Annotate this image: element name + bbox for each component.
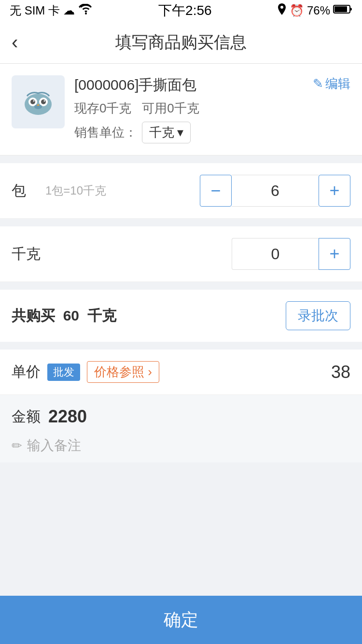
- wifi-icon: [79, 4, 93, 17]
- product-stock: 现存0千克 可用0千克: [74, 100, 350, 117]
- edit-button[interactable]: ✎ 编辑: [313, 75, 350, 92]
- remark-row[interactable]: ✏ 输入备注: [12, 436, 350, 455]
- kg-quantity-control: +: [232, 238, 350, 270]
- price-value: 38: [331, 362, 350, 382]
- total-row: 共购买 60 千克 录批次: [0, 290, 362, 342]
- bao-quantity-control: − +: [200, 175, 350, 207]
- bao-label: 包: [12, 181, 41, 201]
- confirm-text: 确定: [164, 608, 198, 632]
- amount-section: 金额 2280 ✏ 输入备注: [0, 395, 362, 462]
- battery-icon: [333, 4, 352, 17]
- svg-point-7: [41, 99, 46, 104]
- status-time: 下午2:56: [158, 1, 212, 20]
- content: [0000006]手撕面包 现存0千克 可用0千克 销售单位： 千克 ▾ ✎ 编…: [0, 64, 362, 559]
- bao-plus-button[interactable]: +: [319, 175, 350, 207]
- nav-bar: ‹ 填写商品购买信息: [0, 21, 362, 64]
- bao-quantity-row: 包 1包=10千克 − +: [0, 163, 362, 219]
- status-left: 无 SIM 卡 ☁: [10, 3, 93, 18]
- content-spacer: [0, 462, 362, 559]
- product-image: [12, 75, 65, 128]
- chevron-down-icon: ▾: [177, 125, 183, 140]
- confirm-bar[interactable]: 确定: [0, 596, 362, 644]
- bao-minus-button[interactable]: −: [200, 175, 232, 207]
- location-icon: [277, 3, 287, 18]
- svg-point-0: [85, 13, 87, 14]
- amount-row: 金额 2280: [12, 406, 350, 427]
- svg-rect-2: [334, 6, 347, 12]
- kg-plus-button[interactable]: +: [319, 238, 350, 270]
- batch-button[interactable]: 录批次: [286, 301, 350, 330]
- total-text: 共购买 60 千克: [12, 306, 116, 326]
- kg-quantity-section: 千克 +: [0, 226, 362, 282]
- price-label: 单价: [12, 362, 41, 382]
- remark-placeholder: 输入备注: [27, 436, 81, 455]
- bao-quantity-input[interactable]: [232, 175, 319, 207]
- back-button[interactable]: ‹: [12, 31, 18, 53]
- product-name: [0000006]手撕面包: [74, 75, 350, 95]
- edit-icon: ✎: [313, 76, 323, 91]
- bao-hint: 1包=10千克: [45, 183, 200, 198]
- amount-value: 2280: [48, 406, 87, 427]
- status-bar: 无 SIM 卡 ☁ 下午2:56 ⏰ 76%: [0, 0, 362, 21]
- total-amount: 60: [63, 308, 79, 323]
- bao-quantity-section: 包 1包=10千克 − +: [0, 163, 362, 219]
- sim-label: 无 SIM 卡 ☁: [10, 3, 75, 18]
- page-title: 填写商品购买信息: [115, 31, 247, 54]
- kg-quantity-input[interactable]: [232, 238, 319, 270]
- kg-quantity-row: 千克 +: [0, 226, 362, 282]
- price-section: 单价 批发 价格参照 › 38: [0, 350, 362, 395]
- pencil-icon: ✏: [12, 438, 22, 453]
- price-row: 单价 批发 价格参照 › 38: [12, 361, 350, 383]
- batch-tag: 批发: [47, 364, 80, 381]
- unit-select[interactable]: 千克 ▾: [142, 122, 191, 143]
- svg-point-6: [30, 99, 35, 104]
- svg-point-8: [33, 100, 35, 102]
- product-unit-row: 销售单位： 千克 ▾: [74, 122, 350, 143]
- kg-label: 千克: [12, 244, 41, 264]
- amount-label: 金额: [12, 407, 41, 427]
- alarm-icon: ⏰: [290, 4, 304, 17]
- price-ref-button[interactable]: 价格参照 ›: [87, 361, 159, 383]
- product-info: [0000006]手撕面包 现存0千克 可用0千克 销售单位： 千克 ▾: [74, 75, 350, 143]
- status-right: ⏰ 76%: [277, 3, 352, 18]
- svg-point-9: [44, 100, 45, 102]
- price-left: 单价 批发 价格参照 ›: [12, 361, 159, 383]
- product-card: [0000006]手撕面包 现存0千克 可用0千克 销售单位： 千克 ▾ ✎ 编…: [0, 64, 362, 155]
- battery-pct: 76%: [307, 4, 330, 17]
